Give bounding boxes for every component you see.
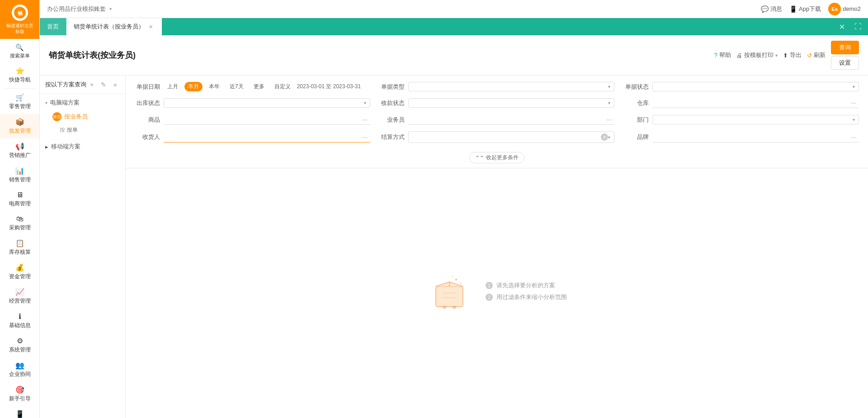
newcomer-icon: 🎯 <box>15 385 24 394</box>
user-profile-action[interactable]: Ea demo2 <box>828 3 861 15</box>
brand-label: 品牌 <box>623 133 649 141</box>
filter-row-2: 出库状态 ▾ 收款状态 ▾ <box>135 98 859 108</box>
sidebar-item-enterprise[interactable]: 👥 企业协同 <box>0 357 39 382</box>
settlement-label: 结算方式 <box>379 133 405 141</box>
main-area: 办公用品行业模拟账套 ▾ 💬 消息 📱 App下载 Ea demo2 首页 <box>40 0 868 418</box>
goods-input[interactable]: ··· <box>164 114 370 125</box>
tree-group-pc-header[interactable]: ▾ 电脑端方案 <box>40 96 125 109</box>
date-tab-last7[interactable]: 近7天 <box>226 82 247 91</box>
sidebar-item-system[interactable]: ⚙ 系统管理 <box>0 333 39 357</box>
filter-doc-status-field: 单据状态 ▾ <box>623 82 859 91</box>
tab-fullscreen-btn[interactable]: ⛶ <box>852 20 864 33</box>
refresh-icon: ↺ <box>807 52 812 59</box>
goods-dots-icon[interactable]: ··· <box>362 116 368 123</box>
sidebar-item-inventory[interactable]: 📋 库存核算 <box>0 235 39 260</box>
collapse-panel-btn[interactable]: « <box>111 80 120 89</box>
industry-dropdown-icon[interactable]: ▾ <box>109 6 112 11</box>
sidebar-item-finance[interactable]: 💰 资金管理 <box>0 260 39 284</box>
message-action[interactable]: 💬 消息 <box>761 5 782 13</box>
filter-goods-field: 商品 ··· <box>135 114 370 125</box>
payment-status-arrow-icon: ▾ <box>608 100 610 105</box>
tab-close-icon[interactable]: ✕ <box>147 23 154 30</box>
add-scheme-btn[interactable]: + <box>87 80 96 89</box>
receiver-dots-icon[interactable]: ··· <box>362 133 368 141</box>
sidebar-item-ecommerce[interactable]: 🖥 电商管理 <box>0 187 39 211</box>
tree-sub-item-by-order[interactable]: 按 按单 <box>40 124 125 136</box>
sidebar-item-sales[interactable]: 📊 销售管理 <box>0 163 39 187</box>
tree-group-mobile-header[interactable]: ▸ 移动端方案 <box>40 140 125 153</box>
svg-rect-9 <box>443 306 446 309</box>
export-action[interactable]: ⬆ 导出 <box>783 51 802 59</box>
brand-input[interactable]: ··· <box>652 132 859 142</box>
out-status-select[interactable]: ▾ <box>164 98 370 108</box>
quick-nav-icon: ⭐ <box>15 66 24 75</box>
sidebar-item-purchase[interactable]: 🛍 采购管理 <box>0 211 39 235</box>
salesperson-dots-icon[interactable]: ··· <box>607 116 612 123</box>
tab-close-btn[interactable]: ✕ <box>835 20 848 33</box>
refresh-action[interactable]: ↺ 刷新 <box>807 51 826 59</box>
brand-dots-icon[interactable]: ··· <box>851 133 856 141</box>
payment-status-select[interactable]: ▾ <box>408 98 615 108</box>
print-dropdown-icon[interactable]: ▾ <box>775 53 778 58</box>
mobile-group-arrow: ▸ <box>45 143 48 150</box>
app-download-icon: 📱 <box>789 5 797 13</box>
svg-point-7 <box>460 283 462 284</box>
svg-text:畅: 畅 <box>17 10 22 16</box>
goods-label: 商品 <box>135 116 160 124</box>
sidebar-item-quick-nav[interactable]: ⭐ 快捷导航 <box>0 63 39 87</box>
filter-settlement-field: 结算方式 ✕ ▾ <box>379 131 615 143</box>
help-action[interactable]: ? 帮助 <box>714 51 731 59</box>
top-header: 办公用品行业模拟账套 ▾ 💬 消息 📱 App下载 Ea demo2 <box>40 0 868 18</box>
sidebar-item-operations[interactable]: 📈 经营管理 <box>0 284 39 309</box>
left-panel-title: 按以下方案查询 <box>45 81 86 89</box>
filter-department-field: 部门 ▾ <box>623 115 859 124</box>
collapse-more-btn[interactable]: ⌃⌃ 收起更多条件 <box>469 152 524 163</box>
tab-sales-stats[interactable]: 销货单统计表（按业务员） ✕ <box>66 18 162 35</box>
date-tab-last-month[interactable]: 上月 <box>164 82 182 91</box>
department-arrow-icon: ▾ <box>853 117 855 122</box>
sidebar-item-basic[interactable]: ℹ 基础信息 <box>0 309 39 333</box>
sidebar-navigation: ⭐ 快捷导航 🛒 零售管理 📦 批发管理 📢 营销推广 📊 销售管理 🖥 电商管… <box>0 61 39 418</box>
sidebar-item-wholesale[interactable]: 📦 批发管理 <box>0 114 39 138</box>
date-tab-this-month[interactable]: 本月 <box>184 82 203 91</box>
date-tab-custom[interactable]: 自定义 <box>271 82 294 91</box>
print-action[interactable]: 🖨 按模板打印 ▾ <box>736 51 778 59</box>
sidebar-item-search-menu[interactable]: 🔍 搜索菜单 <box>0 39 39 61</box>
left-panel: 按以下方案查询 + ✎ « ▾ 电脑端方案 按业 按业务员 <box>40 76 126 418</box>
tree-item-sales-person[interactable]: 按业 按业务员 <box>40 109 125 124</box>
warehouse-input[interactable]: ··· <box>652 98 859 108</box>
sidebar-item-retail[interactable]: 🛒 零售管理 <box>0 90 39 114</box>
filter-receiver-field: 收货人 ··· <box>135 132 370 142</box>
edit-scheme-btn[interactable]: ✎ <box>99 80 108 89</box>
receiver-input[interactable]: ··· <box>164 132 370 142</box>
date-range-display: 2023-03-01 至 2023-03-31 <box>297 83 361 90</box>
system-icon: ⚙ <box>17 337 23 345</box>
doc-type-select[interactable]: ▾ <box>408 82 615 91</box>
header-left: 办公用品行业模拟账套 ▾ <box>47 5 112 13</box>
wholesale-icon: 📦 <box>15 118 24 126</box>
date-tab-this-year[interactable]: 本年 <box>205 82 223 91</box>
sidebar-item-app-center[interactable]: 📱 应用中心 <box>0 406 39 418</box>
doc-status-select[interactable]: ▾ <box>652 82 859 91</box>
sidebar-item-marketing[interactable]: 📢 营销推广 <box>0 138 39 163</box>
filter-warehouse-field: 仓库 ··· <box>623 98 859 108</box>
marketing-icon: 📢 <box>15 142 24 151</box>
app-download-action[interactable]: 📱 App下载 <box>789 5 821 13</box>
sidebar-item-newcomer[interactable]: 🎯 新手引导 <box>0 382 39 406</box>
warehouse-dots-icon[interactable]: ··· <box>851 99 856 106</box>
sidebar-logo[interactable]: 畅 畅捷通好生意标版 <box>0 0 39 39</box>
salesperson-input[interactable]: ··· <box>408 114 615 125</box>
date-tab-more[interactable]: 更多 <box>250 82 268 91</box>
tab-home[interactable]: 首页 <box>40 18 66 35</box>
department-select[interactable]: ▾ <box>652 115 859 124</box>
header-right: 💬 消息 📱 App下载 Ea demo2 <box>761 3 861 15</box>
sales-icon: 📊 <box>15 166 24 175</box>
set-button[interactable]: 设置 <box>831 56 859 70</box>
print-icon: 🖨 <box>736 52 742 59</box>
settlement-clear-btn[interactable]: ✕ <box>601 133 608 141</box>
tree-group-pc: ▾ 电脑端方案 按业 按业务员 按 按单 <box>40 94 125 138</box>
settlement-select[interactable]: ✕ ▾ <box>408 131 615 143</box>
query-button[interactable]: 查询 <box>831 41 859 54</box>
enterprise-icon: 👥 <box>15 361 24 370</box>
doc-type-arrow-icon: ▾ <box>608 84 610 89</box>
